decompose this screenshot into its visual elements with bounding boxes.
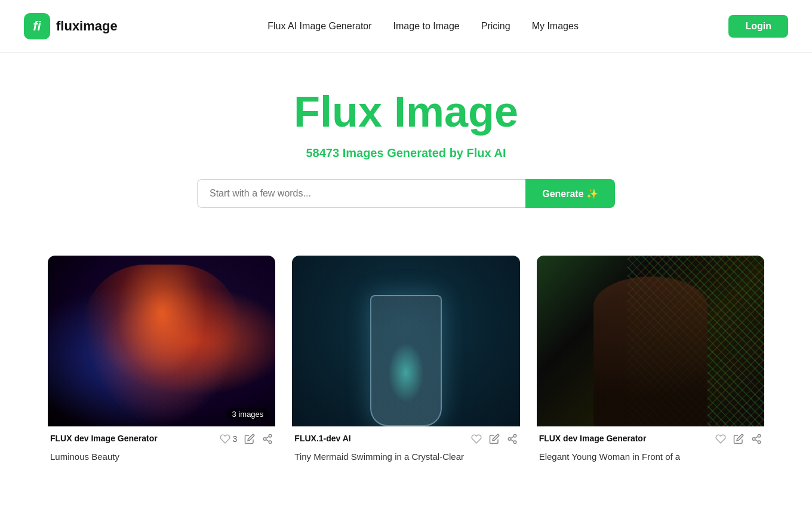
share-button-2[interactable] (507, 434, 518, 444)
card-source-1: FLUX dev Image Generator (50, 434, 158, 443)
search-area: Generate ✨ (197, 179, 615, 208)
card-row-top-2: FLUX.1-dev AI (294, 434, 517, 448)
svg-point-0 (269, 435, 272, 438)
nav-my-images[interactable]: My Images (532, 21, 579, 32)
nav-flux-ai[interactable]: Flux AI Image Generator (267, 21, 371, 32)
card-actions-2 (471, 434, 518, 444)
main-nav: Flux AI Image Generator Image to Image P… (267, 21, 579, 32)
card-row-top-1: FLUX dev Image Generator 3 (50, 434, 273, 448)
card-image-3 (537, 256, 764, 426)
share-button-3[interactable] (751, 434, 762, 444)
card-actions-3 (715, 434, 762, 444)
svg-line-4 (266, 437, 269, 438)
image-count: 58473 (306, 146, 340, 159)
card-meta-3: FLUX dev Image Generator Elegant Young W… (537, 426, 764, 464)
svg-line-3 (266, 440, 269, 441)
image-count-badge-1: 3 images (226, 408, 270, 420)
svg-point-1 (264, 438, 267, 441)
edit-button-1[interactable] (244, 434, 255, 444)
hero-section: Flux Image 58473 Images Generated by Flu… (0, 53, 812, 232)
login-button[interactable]: Login (728, 15, 788, 38)
edit-button-2[interactable] (489, 434, 500, 444)
gallery-card-1: 3 images FLUX dev Image Generator 3 (48, 256, 275, 464)
hero-subtitle: 58473 Images Generated by Flux AI (12, 146, 800, 160)
card-image-1: 3 images (48, 256, 275, 426)
card-image-2 (292, 256, 519, 426)
svg-point-5 (513, 435, 516, 438)
logo-icon: fi (24, 13, 50, 39)
gallery-card-2: FLUX.1-dev AI Tiny Mermaid Swimming in a… (292, 256, 519, 464)
card-title-1: Luminous Beauty (50, 451, 273, 462)
hero-title: Flux Image (12, 88, 800, 136)
hero-subtitle-text: Images Generated by Flux AI (339, 146, 506, 159)
gallery-section: 3 images FLUX dev Image Generator 3 (0, 232, 812, 500)
svg-point-6 (508, 438, 511, 441)
share-button-1[interactable] (262, 434, 273, 444)
header: fi fluximage Flux AI Image Generator Ima… (0, 0, 812, 53)
figure-silhouette (593, 277, 708, 427)
search-input[interactable] (197, 179, 525, 208)
card-meta-1: FLUX dev Image Generator 3 Luminous Beau… (48, 426, 275, 464)
edit-button-3[interactable] (733, 434, 744, 444)
svg-line-14 (755, 437, 758, 438)
nav-image-to-image[interactable]: Image to Image (393, 21, 460, 32)
image-decoration-1 (82, 265, 241, 427)
svg-point-2 (269, 441, 272, 444)
card-actions-1: 3 (220, 434, 273, 444)
card-source-2: FLUX.1-dev AI (294, 434, 350, 443)
svg-line-13 (755, 440, 758, 441)
card-row-top-3: FLUX dev Image Generator (539, 434, 762, 448)
like-button-3[interactable] (715, 434, 726, 444)
svg-point-7 (513, 441, 516, 444)
svg-point-12 (758, 441, 761, 444)
logo-link[interactable]: fi fluximage (24, 13, 118, 39)
svg-point-10 (758, 435, 761, 438)
card-source-3: FLUX dev Image Generator (539, 434, 647, 443)
svg-line-9 (510, 437, 513, 438)
like-button-1[interactable]: 3 (220, 434, 238, 444)
mermaid-decoration (388, 343, 424, 403)
card-meta-2: FLUX.1-dev AI Tiny Mermaid Swimming in a… (292, 426, 519, 464)
card-title-3: Elegant Young Woman in Front of a (539, 451, 762, 462)
like-count-1: 3 (233, 434, 238, 444)
svg-point-11 (752, 438, 755, 441)
svg-line-8 (510, 440, 513, 441)
generate-button[interactable]: Generate ✨ (525, 179, 615, 208)
gallery-card-3: FLUX dev Image Generator Elegant Young W… (537, 256, 764, 464)
card-title-2: Tiny Mermaid Swimming in a Crystal-Clear (294, 451, 517, 462)
nav-pricing[interactable]: Pricing (481, 21, 510, 32)
like-button-2[interactable] (471, 434, 482, 444)
logo-name: fluximage (56, 19, 118, 34)
